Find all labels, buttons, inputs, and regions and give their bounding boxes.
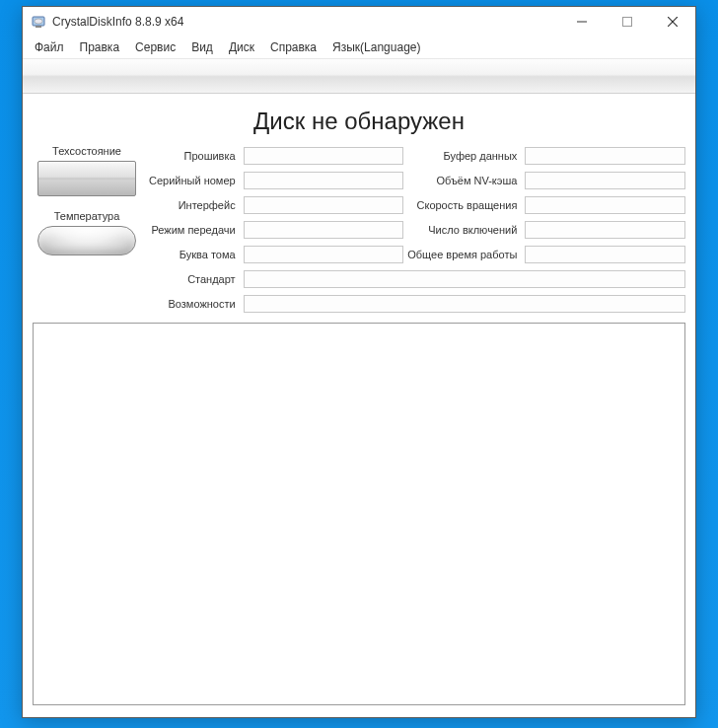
svg-rect-4 xyxy=(623,18,632,27)
firmware-value xyxy=(244,147,404,165)
buffer-label: Буфер данных xyxy=(407,150,521,162)
health-status-label: Техсостояние xyxy=(52,145,121,157)
drive-value xyxy=(244,246,404,263)
powercount-value xyxy=(525,221,685,239)
svg-point-2 xyxy=(35,19,42,24)
hours-value xyxy=(525,246,685,263)
transfer-value xyxy=(244,221,404,239)
menu-edit[interactable]: Правка xyxy=(74,38,126,56)
menu-service[interactable]: Сервис xyxy=(129,38,181,56)
info-area: Техсостояние Температура Прошивка Буфер … xyxy=(33,145,685,315)
health-status-indicator[interactable] xyxy=(37,161,136,196)
features-value xyxy=(244,295,685,313)
rpm-value xyxy=(525,196,685,214)
temperature-label: Температура xyxy=(54,210,120,222)
serial-value xyxy=(244,172,404,189)
window-title: CrystalDiskInfo 8.8.9 x64 xyxy=(52,15,183,29)
menu-view[interactable]: Вид xyxy=(185,38,219,56)
smart-attributes-list[interactable] xyxy=(33,323,685,705)
minimize-button[interactable] xyxy=(559,7,605,36)
menu-disk[interactable]: Диск xyxy=(223,38,260,56)
features-label: Возможности xyxy=(149,298,240,310)
standard-label: Стандарт xyxy=(149,273,240,285)
menu-language[interactable]: Язык(Language) xyxy=(326,38,426,56)
interface-value xyxy=(244,196,404,214)
menubar: Файл Правка Сервис Вид Диск Справка Язык… xyxy=(23,36,695,58)
serial-label: Серийный номер xyxy=(149,175,240,186)
window-controls xyxy=(559,7,695,36)
standard-value xyxy=(244,270,685,288)
toolbar xyxy=(23,58,695,94)
buffer-value xyxy=(525,147,685,165)
hours-label: Общее время работы xyxy=(407,249,521,260)
svg-rect-1 xyxy=(36,26,41,28)
menu-help[interactable]: Справка xyxy=(264,38,323,56)
nvcache-value xyxy=(525,172,685,189)
disk-not-found-heading: Диск не обнаружен xyxy=(33,108,685,135)
content-area: Диск не обнаружен Техсостояние Температу… xyxy=(23,94,695,717)
maximize-button[interactable] xyxy=(605,7,650,36)
transfer-label: Режим передачи xyxy=(149,224,240,236)
fields-grid: Прошивка Буфер данных Серийный номер Объ… xyxy=(149,145,685,315)
menu-file[interactable]: Файл xyxy=(29,38,70,56)
app-icon xyxy=(31,14,46,30)
temperature-indicator[interactable] xyxy=(37,226,136,255)
close-button[interactable] xyxy=(650,7,695,36)
status-column: Техсостояние Температура xyxy=(33,145,141,315)
drive-label: Буква тома xyxy=(149,249,240,260)
app-window: CrystalDiskInfo 8.8.9 x64 Файл Правка Се… xyxy=(22,6,696,718)
rpm-label: Скорость вращения xyxy=(407,199,521,211)
firmware-label: Прошивка xyxy=(149,150,240,162)
nvcache-label: Объём NV-кэша xyxy=(407,175,521,186)
interface-label: Интерфейс xyxy=(149,199,240,211)
titlebar[interactable]: CrystalDiskInfo 8.8.9 x64 xyxy=(23,7,695,36)
powercount-label: Число включений xyxy=(407,224,521,236)
